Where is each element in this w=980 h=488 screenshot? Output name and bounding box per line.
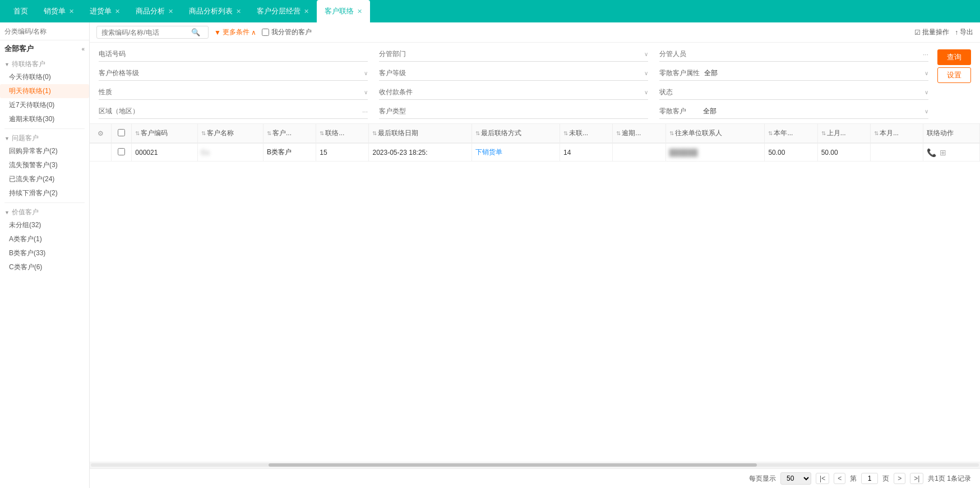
next-page-btn[interactable]: > (894, 473, 905, 484)
page-size-select[interactable]: 50 100 200 (780, 472, 811, 485)
customer-table: ⚙ 客户编码 客户名称 客户... 联络... 最后联络日期 最后联络方式 未联… (90, 124, 980, 162)
phone-icon[interactable]: 📞 (927, 148, 936, 157)
col-name[interactable]: 客户名称 (197, 124, 263, 143)
scrollbar-track[interactable] (91, 463, 979, 467)
collapse-icon: « (81, 46, 85, 52)
sidebar-item-today-contact[interactable]: 今天待联络(0) (0, 70, 89, 84)
nav-home[interactable]: 首页 (6, 0, 36, 22)
my-customers-checkbox[interactable] (262, 29, 269, 36)
close-icon[interactable]: ✕ (236, 8, 241, 15)
page-number-input[interactable] (861, 473, 878, 484)
filter-phone-input[interactable] (142, 50, 368, 58)
close-icon[interactable]: ✕ (168, 8, 173, 15)
query-button[interactable]: 查询 (937, 49, 971, 65)
filter-customer-level[interactable]: 客户等级 ∨ (379, 66, 648, 81)
close-icon[interactable]: ✕ (357, 8, 362, 15)
last-page-btn[interactable]: >| (910, 473, 923, 484)
sidebar-item-7days-contact[interactable]: 近7天待联络(0) (0, 98, 89, 112)
chevron-down-icon[interactable]: ∨ (364, 89, 368, 95)
chevron-down-icon[interactable]: ∨ (644, 89, 648, 95)
sidebar-item-overdue-contact[interactable]: 逾期未联络(30) (0, 112, 89, 126)
nav-purchase-order[interactable]: 进货单 ✕ (82, 0, 128, 22)
col-last-method[interactable]: 最后联络方式 (472, 124, 560, 143)
sidebar-item-declining[interactable]: 持续下滑客户(2) (0, 186, 89, 200)
scrollbar-thumb[interactable] (269, 463, 757, 467)
close-icon[interactable]: ✕ (304, 8, 309, 15)
filter-status[interactable]: 状态 ∨ (659, 85, 928, 100)
filter-phone[interactable]: 电话号码 (99, 47, 368, 62)
filter-retail-attr[interactable]: 零散客户属性 全部 ∨ (659, 66, 928, 81)
table-container: ⚙ 客户编码 客户名称 客户... 联络... 最后联络日期 最后联络方式 未联… (90, 124, 980, 462)
filter-customer-type[interactable]: 客户类型 (379, 104, 648, 119)
row-checkbox-cell[interactable] (112, 143, 132, 162)
set-button[interactable]: 设置 (937, 67, 971, 83)
grid-icon[interactable]: ⊞ (940, 148, 946, 157)
sidebar-item-churned[interactable]: 已流失客户(24) (0, 172, 89, 186)
filter-retail-customer-label: 零散客户 (659, 107, 699, 116)
col-type[interactable]: 客户... (264, 124, 316, 143)
sidebar-item-class-b[interactable]: B类客户(33) (0, 246, 89, 260)
close-icon[interactable]: ✕ (115, 8, 120, 15)
filter-person-dots[interactable]: ··· (923, 50, 928, 58)
col-this-month[interactable]: 本月... (870, 124, 923, 143)
nav-product-analysis[interactable]: 商品分析 ✕ (128, 0, 181, 22)
col-last-month[interactable]: 上月... (817, 124, 870, 143)
sidebar-item-ungrouped[interactable]: 未分组(32) (0, 218, 89, 232)
sidebar-item-class-a[interactable]: A类客户(1) (0, 232, 89, 246)
filter-region-dots[interactable]: ··· (362, 108, 368, 116)
search-box[interactable]: 🔍 (96, 26, 209, 39)
chevron-down-icon[interactable]: ∨ (644, 51, 648, 57)
close-icon[interactable]: ✕ (69, 8, 74, 15)
col-this-year[interactable]: 本年... (765, 124, 817, 143)
row-code: 000021 (132, 143, 197, 162)
customer-name-blurred: Ea (201, 149, 210, 156)
filter-more-btn[interactable]: ▼ 更多条件 ∧ (214, 27, 256, 37)
horizontal-scrollbar[interactable] (90, 462, 980, 468)
sidebar-item-tomorrow-contact[interactable]: 明天待联络(1) (0, 84, 89, 98)
sidebar-search-box[interactable]: 🔍 (0, 22, 89, 40)
sidebar-item-abnormal-repurchase[interactable]: 回购异常客户(2) (0, 144, 89, 158)
sidebar-divider-2 (4, 202, 85, 203)
prev-page-btn[interactable]: < (834, 473, 845, 484)
chevron-down-icon[interactable]: ∨ (924, 70, 928, 76)
filter-payment[interactable]: 收付款条件 ∨ (379, 85, 648, 100)
nav-customer-contact[interactable]: 客户联络 ✕ (317, 0, 370, 22)
chevron-down-icon[interactable]: ∨ (364, 70, 368, 76)
filter-retail-customer[interactable]: 零散客户 全部 ∨ (659, 104, 928, 119)
col-gear[interactable]: ⚙ (90, 124, 112, 143)
sidebar-item-class-c[interactable]: C类客户(6) (0, 260, 89, 274)
row-checkbox[interactable] (118, 148, 125, 155)
select-all-checkbox[interactable] (118, 129, 125, 136)
filter-nature[interactable]: 性质 ∨ (99, 85, 368, 100)
nav-customer-layering[interactable]: 客户分层经营 ✕ (249, 0, 317, 22)
filter-dept[interactable]: 分管部门 ∨ (379, 47, 648, 62)
chevron-down-icon[interactable]: ∨ (924, 89, 928, 95)
contact-person-blurred: ██████ (669, 149, 698, 156)
search-icon[interactable]: 🔍 (191, 28, 200, 36)
my-customers-checkbox-label[interactable]: 我分管的客户 (262, 27, 312, 37)
nav-product-analysis-list[interactable]: 商品分析列表 ✕ (181, 0, 249, 22)
sidebar-all-customers[interactable]: 全部客户 « (0, 40, 89, 57)
nav-sales-order[interactable]: 销货单 ✕ (36, 0, 82, 22)
search-input[interactable] (101, 29, 191, 36)
row-last-method[interactable]: 下销货单 (472, 143, 560, 162)
chevron-down-icon[interactable]: ∨ (644, 70, 648, 76)
filter-row-1: 电话号码 分管部门 ∨ 分管人员 ··· (99, 47, 928, 62)
filter-person[interactable]: 分管人员 ··· (659, 47, 928, 62)
col-overdue[interactable]: 逾期... (613, 124, 665, 143)
col-code[interactable]: 客户编码 (132, 124, 197, 143)
sidebar-search-input[interactable] (4, 27, 89, 35)
last-method-link[interactable]: 下销货单 (475, 148, 502, 156)
sidebar-item-churn-warning[interactable]: 流失预警客户(3) (0, 158, 89, 172)
filter-price-level[interactable]: 客户价格等级 ∨ (99, 66, 368, 81)
batch-op-btn[interactable]: ☑ 批量操作 (914, 27, 949, 37)
col-not-linked[interactable]: 未联... (560, 124, 613, 143)
export-btn[interactable]: ↑ 导出 (955, 27, 973, 37)
first-page-btn[interactable]: |< (816, 473, 829, 484)
col-last-date[interactable]: 最后联络日期 (369, 124, 472, 143)
chevron-down-icon[interactable]: ∨ (924, 108, 928, 114)
col-contacts[interactable]: 联络... (316, 124, 369, 143)
filter-region[interactable]: 区域（地区） ··· (99, 104, 368, 119)
col-contact-person[interactable]: 往来单位联系人 (665, 124, 765, 143)
col-checkbox-header[interactable] (112, 124, 132, 143)
